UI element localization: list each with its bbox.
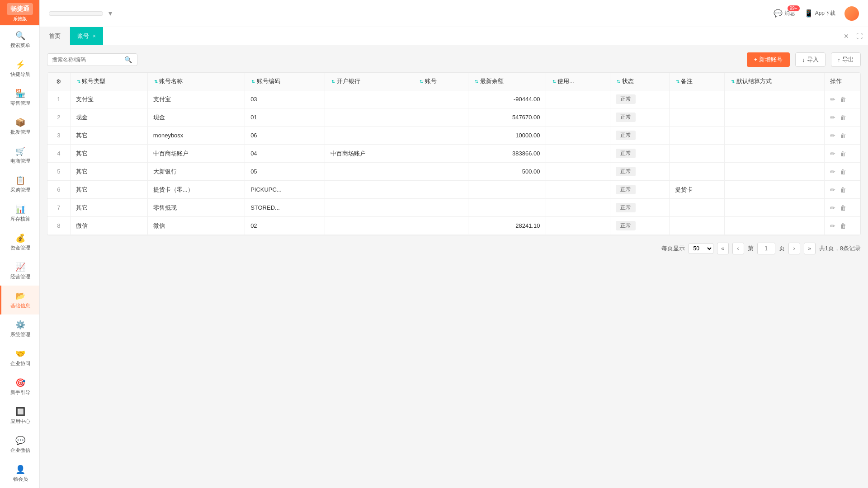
sidebar-item-system[interactable]: ⚙️ 系统管理 bbox=[0, 314, 39, 343]
export-button[interactable]: ↑ 导出 bbox=[831, 52, 861, 67]
retail-icon: 🏪 bbox=[15, 89, 25, 99]
page-first-btn[interactable]: « bbox=[717, 243, 729, 254]
quick-nav-icon: ⚡ bbox=[15, 60, 25, 70]
avatar[interactable] bbox=[844, 6, 859, 21]
sidebar-item-app-center[interactable]: 🔲 应用中心 bbox=[0, 401, 39, 430]
per-page-label: 每页显示 bbox=[661, 244, 685, 253]
row-status: 正常 bbox=[610, 145, 669, 163]
row-balance: 547670.00 bbox=[468, 108, 546, 127]
edit-icon[interactable]: ✏ bbox=[830, 114, 835, 121]
page-number-input[interactable] bbox=[757, 243, 775, 254]
dropdown-icon[interactable]: ▾ bbox=[108, 9, 112, 18]
row-balance: 383866.00 bbox=[468, 145, 546, 163]
col-settings[interactable]: ⚙ bbox=[47, 73, 70, 90]
row-bank bbox=[325, 108, 413, 127]
sidebar-item-corp-wechat[interactable]: 💬 企业微信 bbox=[0, 430, 39, 459]
sidebar-item-purchase[interactable]: 📋 采购管理 bbox=[0, 170, 39, 199]
top-bar-right: 💬 消息 99+ 📱 App下载 bbox=[774, 6, 859, 21]
col-balance[interactable]: ⇅ 最新余额 bbox=[468, 73, 546, 90]
message-button[interactable]: 💬 消息 99+ bbox=[774, 9, 795, 18]
row-usage bbox=[546, 163, 610, 181]
sidebar-item-corp-agreement[interactable]: 🤝 企业协同 bbox=[0, 343, 39, 372]
tab-expand-btn[interactable]: ⛶ bbox=[854, 31, 864, 42]
edit-icon[interactable]: ✏ bbox=[830, 168, 835, 175]
row-settlement bbox=[724, 90, 824, 108]
search-icon[interactable]: 🔍 bbox=[124, 56, 132, 63]
corp-wechat-icon: 💬 bbox=[15, 436, 25, 446]
delete-icon[interactable]: 🗑 bbox=[840, 204, 846, 211]
edit-icon[interactable]: ✏ bbox=[830, 186, 835, 193]
col-account-name[interactable]: ⇅ 账号名称 bbox=[147, 73, 245, 90]
search-input[interactable] bbox=[52, 56, 124, 63]
edit-icon[interactable]: ✏ bbox=[830, 222, 835, 230]
sidebar-item-ecommerce[interactable]: 🛒 电商管理 bbox=[0, 141, 39, 170]
tab-close-icon[interactable]: × bbox=[93, 33, 96, 39]
row-balance bbox=[468, 199, 546, 217]
tab-home[interactable]: 首页 bbox=[40, 27, 70, 45]
row-settlement bbox=[724, 199, 824, 217]
row-settlement bbox=[724, 145, 824, 163]
row-num: 3 bbox=[47, 127, 70, 145]
delete-icon[interactable]: 🗑 bbox=[840, 186, 846, 193]
col-status[interactable]: ⇅ 状态 bbox=[610, 73, 669, 90]
sidebar-item-finance[interactable]: 💰 资金管理 bbox=[0, 228, 39, 257]
row-remark bbox=[669, 217, 724, 235]
col-usage[interactable]: ⇅ 使用... bbox=[546, 73, 610, 90]
row-settlement bbox=[724, 181, 824, 199]
delete-icon[interactable]: 🗑 bbox=[840, 114, 846, 121]
col-account-no[interactable]: ⇅ 账号 bbox=[413, 73, 468, 90]
row-name: 提货卡（零...） bbox=[147, 181, 245, 199]
sidebar-item-search-menu[interactable]: 🔍 搜索菜单 bbox=[0, 25, 39, 54]
sidebar-item-basic-info[interactable]: 📂 基础信息 bbox=[0, 286, 39, 314]
row-bank bbox=[325, 181, 413, 199]
edit-icon[interactable]: ✏ bbox=[830, 150, 835, 157]
page-next-btn[interactable]: › bbox=[788, 243, 800, 254]
page-prev-btn[interactable]: ‹ bbox=[732, 243, 744, 254]
top-search-box bbox=[49, 11, 103, 16]
row-bank bbox=[325, 163, 413, 181]
col-default-settlement[interactable]: ⇅ 默认结算方式 bbox=[724, 73, 824, 90]
sidebar-item-wholesale[interactable]: 📦 批发管理 bbox=[0, 112, 39, 141]
col-bank[interactable]: ⇅ 开户银行 bbox=[325, 73, 413, 90]
finance-icon: 💰 bbox=[15, 233, 25, 243]
sidebar-item-member[interactable]: 👤 畅会员 bbox=[0, 459, 39, 488]
import-button[interactable]: ↓ 导入 bbox=[795, 52, 826, 67]
row-remark bbox=[669, 145, 724, 163]
row-actions: ✏ 🗑 bbox=[824, 217, 860, 235]
delete-icon[interactable]: 🗑 bbox=[840, 222, 846, 230]
search-wrapper: 🔍 bbox=[47, 53, 137, 66]
sidebar-item-operation[interactable]: 📈 经营管理 bbox=[0, 257, 39, 286]
row-actions: ✏ 🗑 bbox=[824, 163, 860, 181]
tab-account[interactable]: 账号 × bbox=[70, 27, 103, 45]
sidebar-item-quick-nav[interactable]: ⚡ 快捷导航 bbox=[0, 54, 39, 83]
sidebar-item-retail[interactable]: 🏪 零售管理 bbox=[0, 83, 39, 112]
edit-icon[interactable]: ✏ bbox=[830, 204, 835, 211]
page-end-label: 页 bbox=[779, 244, 785, 253]
add-account-button[interactable]: + 新增账号 bbox=[747, 52, 790, 67]
delete-icon[interactable]: 🗑 bbox=[840, 150, 846, 157]
edit-icon[interactable]: ✏ bbox=[830, 132, 835, 139]
sidebar-item-newbie[interactable]: 🎯 新手引导 bbox=[0, 372, 39, 401]
edit-icon[interactable]: ✏ bbox=[830, 96, 835, 103]
delete-icon[interactable]: 🗑 bbox=[840, 96, 846, 103]
col-remark[interactable]: ⇅ 备注 bbox=[669, 73, 724, 90]
top-bar-left: ▾ bbox=[49, 9, 112, 18]
delete-icon[interactable]: 🗑 bbox=[840, 132, 846, 139]
col-account-code[interactable]: ⇅ 账号编码 bbox=[245, 73, 325, 90]
app-download-button[interactable]: 📱 App下载 bbox=[804, 9, 835, 18]
row-account-no bbox=[413, 90, 468, 108]
top-bar: ▾ 💬 消息 99+ 📱 App下载 bbox=[40, 0, 868, 27]
row-bank bbox=[325, 127, 413, 145]
row-status: 正常 bbox=[610, 90, 669, 108]
page-last-btn[interactable]: » bbox=[804, 243, 816, 254]
system-icon: ⚙️ bbox=[15, 320, 25, 330]
row-num: 4 bbox=[47, 145, 70, 163]
toolbar: 🔍 + 新增账号 ↓ 导入 ↑ 导出 bbox=[47, 52, 861, 67]
col-account-type[interactable]: ⇅ 账号类型 bbox=[70, 73, 147, 90]
sidebar-item-inventory[interactable]: 📊 库存核算 bbox=[0, 199, 39, 228]
tab-close-btn[interactable]: ✕ bbox=[842, 31, 851, 42]
tab-bar: 首页 账号 × ✕ ⛶ bbox=[40, 27, 868, 45]
per-page-select[interactable]: 50 100 200 bbox=[689, 243, 713, 254]
delete-icon[interactable]: 🗑 bbox=[840, 168, 846, 175]
table-row: 6 其它 提货卡（零...） PICKUPC... 正常 提货卡 ✏ 🗑 bbox=[47, 181, 860, 199]
